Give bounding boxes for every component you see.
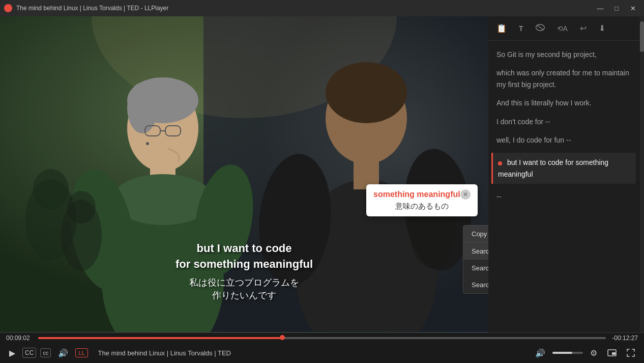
settings-button[interactable]: ⚙	[587, 346, 600, 360]
video-frame: but I want to code for something meaning…	[0, 16, 488, 332]
active-indicator	[498, 161, 502, 165]
context-menu-search-longman[interactable]: Search Longman	[463, 276, 488, 293]
volume-slider[interactable]	[552, 352, 583, 354]
sidebar-scrollbar-thumb[interactable]	[640, 21, 644, 52]
tooltip-word: something meaningful	[373, 190, 460, 199]
context-menu: Copy Search Google Search Wiktionary Sea…	[463, 225, 488, 294]
svg-line-28	[537, 25, 544, 30]
progress-fill	[38, 337, 282, 339]
transcript-icon[interactable]: 📋	[494, 21, 509, 35]
cc-button-2[interactable]: cc	[40, 348, 51, 357]
titlebar-controls: — □ ✕	[593, 3, 640, 13]
time-remaining: -00:12:27	[610, 334, 638, 342]
tooltip-close-button[interactable]: ✕	[460, 189, 471, 200]
context-menu-search-google[interactable]: Search Google	[463, 243, 488, 260]
text-icon[interactable]: T	[517, 22, 525, 35]
fullscreen-button[interactable]	[624, 347, 638, 359]
subtitle-container: but I want to code for something meaning…	[92, 241, 397, 302]
sidebar-scrollbar-track	[640, 16, 644, 332]
maximize-button[interactable]: □	[609, 3, 624, 13]
volume-button[interactable]: 🔊	[55, 346, 71, 360]
app-icon	[4, 4, 12, 12]
transcript-line-6-active[interactable]: but I want to code for something meaning…	[491, 153, 636, 184]
main-content: but I want to code for something meaning…	[0, 16, 644, 332]
video-controls: 00:09:02 -00:12:27 ▶ CC cc 🔊 LL The mind…	[0, 332, 644, 363]
transcript-line-2[interactable]: which was only created for me to maintai…	[496, 67, 636, 90]
download-icon[interactable]: ⬇	[597, 21, 607, 35]
subtitle-japanese: 私は役に立つプログラムを 作りたいんです	[92, 276, 397, 302]
progress-thumb	[280, 335, 285, 340]
titlebar: The mind behind Linux | Linus Torvalds |…	[0, 0, 644, 16]
transcript-line-4[interactable]: I don't code for --	[496, 116, 636, 127]
time-current: 00:09:02	[6, 334, 34, 342]
controls-left: ▶ CC cc 🔊 LL The mind behind Linux | Lin…	[6, 346, 231, 360]
ll-logo-button[interactable]: LL	[75, 348, 87, 357]
volume-right-button[interactable]: 🔊	[532, 346, 548, 360]
controls-row: ▶ CC cc 🔊 LL The mind behind Linux | Lin…	[0, 343, 644, 363]
cc-button-1[interactable]: CC	[22, 348, 36, 358]
translate-icon[interactable]: ⟲A	[555, 22, 570, 35]
sidebar-toolbar: 📋 T ⟲A ↩ ⬇	[488, 16, 644, 41]
subtitle-english: but I want to code for something meaning…	[92, 241, 397, 272]
svg-point-19	[326, 62, 407, 123]
titlebar-left: The mind behind Linux | Linus Torvalds |…	[4, 4, 168, 12]
video-title: The mind behind Linux | Linus Torvalds |…	[98, 349, 231, 357]
minimize-button[interactable]: —	[593, 3, 607, 13]
context-menu-copy[interactable]: Copy	[463, 226, 488, 242]
transcript-line-1[interactable]: So Git is my second big project,	[496, 49, 636, 60]
pip-button[interactable]	[604, 347, 620, 358]
context-menu-search-wiktionary[interactable]: Search Wiktionary	[463, 260, 488, 276]
volume-fill	[552, 352, 572, 354]
progress-container: 00:09:02 -00:12:27	[0, 333, 644, 343]
transcript-line-7[interactable]: --	[496, 191, 636, 202]
word-tooltip: something meaningful ✕ 意味のあるもの	[366, 184, 478, 216]
close-button[interactable]: ✕	[626, 3, 640, 13]
svg-point-13	[146, 142, 149, 145]
tooltip-translation: 意味のあるもの	[373, 202, 471, 211]
transcript-area[interactable]: So Git is my second big project, which w…	[488, 41, 644, 332]
window-title: The mind behind Linux | Linus Torvalds |…	[16, 5, 168, 12]
svg-point-23	[33, 169, 69, 210]
eye-icon[interactable]	[534, 22, 547, 35]
play-button[interactable]: ▶	[6, 346, 18, 360]
transcript-line-5[interactable]: well, I do code for fun --	[496, 134, 636, 146]
svg-rect-30	[612, 352, 616, 355]
controls-right: 🔊 ⚙	[532, 346, 638, 360]
loop-icon[interactable]: ↩	[578, 21, 589, 35]
svg-point-27	[67, 191, 96, 224]
progress-bar[interactable]	[38, 337, 606, 339]
transcript-panel: 📋 T ⟲A ↩ ⬇ So Git is my second big proje…	[488, 16, 644, 332]
tooltip-header: something meaningful ✕	[373, 189, 471, 200]
transcript-line-3[interactable]: And this is literally how I work.	[496, 97, 636, 108]
video-area[interactable]: but I want to code for something meaning…	[0, 16, 488, 332]
